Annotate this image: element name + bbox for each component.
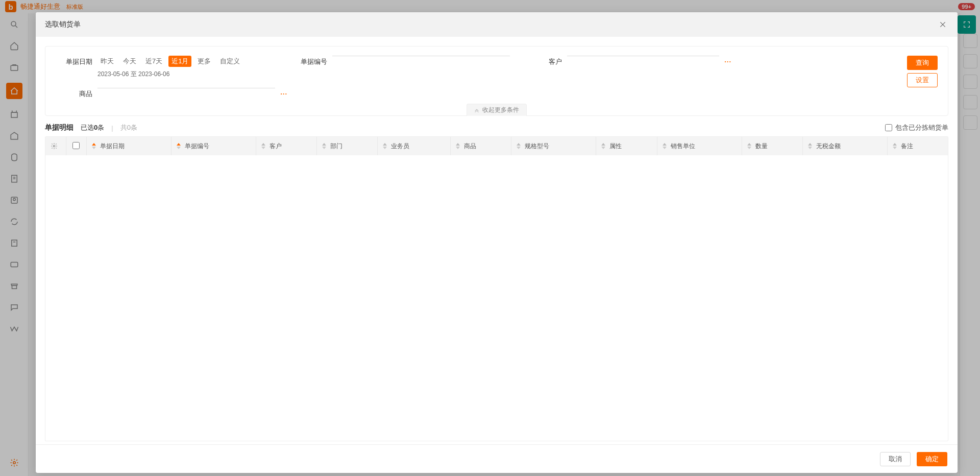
modal-body: 单据日期 昨天今天近7天近1月更多自定义 2023-05-06 至 2023-0… (36, 37, 958, 444)
ok-button[interactable]: 确定 (917, 452, 947, 466)
col-header-9[interactable]: 数量 (742, 137, 802, 155)
svg-marker-29 (517, 143, 521, 146)
filter-date: 单据日期 昨天今天近7天近1月更多自定义 2023-05-06 至 2023-0… (56, 56, 275, 79)
date-range: 2023-05-06 至 2023-06-06 (97, 70, 275, 79)
col-header-4[interactable]: 业务员 (378, 137, 451, 155)
filter-settings-button[interactable]: 设置 (907, 73, 938, 87)
date-option-近7天[interactable]: 近7天 (142, 56, 165, 67)
svg-marker-28 (456, 147, 460, 149)
select-all-checkbox[interactable] (72, 142, 80, 149)
include-split-toggle[interactable]: 包含已分拣销货单 (885, 123, 948, 132)
filter-docno-label: 单据编号 (290, 56, 327, 66)
svg-point-16 (53, 145, 55, 147)
modal-header: 选取销货单 (36, 12, 958, 37)
svg-marker-32 (601, 147, 605, 149)
svg-marker-35 (747, 143, 751, 146)
modal-footer: 取消 确定 (36, 444, 958, 473)
date-option-昨天[interactable]: 昨天 (97, 56, 117, 67)
col-header-3[interactable]: 部门 (317, 137, 378, 155)
svg-marker-19 (177, 143, 181, 146)
svg-marker-39 (893, 143, 897, 146)
include-split-label: 包含已分拣销货单 (895, 123, 948, 132)
summary-title: 单据明细 (45, 123, 74, 132)
svg-marker-33 (663, 143, 667, 146)
svg-marker-27 (456, 143, 460, 146)
filter-customer-label: 客户 (525, 56, 562, 66)
summary-row: 单据明细 已选0条 | 共0条 包含已分拣销货单 (45, 123, 948, 132)
query-button[interactable]: 查询 (907, 56, 938, 70)
product-input[interactable]: ··· (97, 88, 275, 88)
date-option-更多[interactable]: 更多 (194, 56, 214, 67)
product-picker-icon[interactable]: ··· (280, 90, 287, 98)
modal-title: 选取销货单 (45, 20, 81, 29)
col-header-0[interactable]: 单据日期 (86, 137, 171, 155)
include-split-checkbox[interactable] (885, 124, 892, 131)
select-all-header[interactable] (66, 137, 86, 155)
date-option-今天[interactable]: 今天 (120, 56, 139, 67)
filter-actions: 查询 设置 (907, 56, 938, 87)
col-header-11[interactable]: 备注 (888, 137, 948, 155)
filter-customer: 客户 ··· (525, 56, 719, 79)
col-header-8[interactable]: 销售单位 (657, 137, 742, 155)
col-header-2[interactable]: 客户 (256, 137, 316, 155)
svg-marker-25 (383, 143, 387, 146)
table-settings-header[interactable] (45, 137, 66, 155)
svg-marker-31 (601, 143, 605, 146)
filter-product-label: 商品 (56, 88, 92, 99)
col-header-5[interactable]: 商品 (450, 137, 511, 155)
table-header-row: 单据日期单据编号客户部门业务员商品规格型号属性销售单位数量无税金额备注 (45, 137, 948, 155)
svg-marker-20 (177, 147, 181, 149)
col-header-6[interactable]: 规格型号 (511, 137, 596, 155)
svg-marker-30 (517, 147, 521, 149)
total-count: 共0条 (120, 123, 137, 132)
svg-marker-38 (808, 147, 812, 149)
col-header-10[interactable]: 无税金额 (802, 137, 887, 155)
svg-marker-40 (893, 147, 897, 149)
svg-marker-21 (261, 143, 265, 146)
collapse-filters-button[interactable]: 收起更多条件 (467, 104, 527, 116)
select-sales-order-modal: 选取销货单 单据日期 昨天今天近7天近1月更多自定义 2023-05-06 至 … (36, 12, 958, 473)
filter-product: 商品 ··· (56, 88, 275, 99)
col-header-1[interactable]: 单据编号 (171, 137, 256, 155)
close-icon[interactable] (937, 19, 948, 30)
date-to: 2023-06-06 (138, 70, 169, 78)
filter-card: 单据日期 昨天今天近7天近1月更多自定义 2023-05-06 至 2023-0… (45, 46, 948, 116)
date-from: 2023-05-06 (97, 70, 129, 78)
svg-marker-18 (92, 147, 96, 149)
collapse-label: 收起更多条件 (482, 106, 519, 114)
svg-marker-24 (322, 147, 326, 149)
svg-marker-37 (808, 143, 812, 146)
svg-marker-23 (322, 143, 326, 146)
svg-marker-36 (747, 147, 751, 149)
svg-marker-22 (261, 147, 265, 149)
chevron-up-icon (474, 108, 479, 113)
filter-date-label: 单据日期 (56, 56, 92, 66)
cancel-button[interactable]: 取消 (880, 452, 911, 466)
date-options: 昨天今天近7天近1月更多自定义 (97, 56, 275, 67)
date-option-自定义[interactable]: 自定义 (217, 56, 243, 67)
date-separator: 至 (131, 70, 137, 78)
svg-marker-34 (663, 147, 667, 149)
customer-input[interactable]: ··· (567, 56, 719, 56)
selected-count: 已选0条 (81, 123, 104, 132)
svg-marker-17 (92, 143, 96, 146)
gear-icon (51, 142, 58, 150)
svg-marker-26 (383, 147, 387, 149)
customer-picker-icon[interactable]: ··· (724, 58, 731, 65)
col-header-7[interactable]: 属性 (596, 137, 657, 155)
date-option-近1月[interactable]: 近1月 (168, 56, 191, 67)
docno-input[interactable] (332, 56, 510, 56)
table-wrap: 单据日期单据编号客户部门业务员商品规格型号属性销售单位数量无税金额备注 (45, 136, 948, 441)
results-table: 单据日期单据编号客户部门业务员商品规格型号属性销售单位数量无税金额备注 (45, 137, 948, 161)
filter-docno: 单据编号 (290, 56, 510, 79)
